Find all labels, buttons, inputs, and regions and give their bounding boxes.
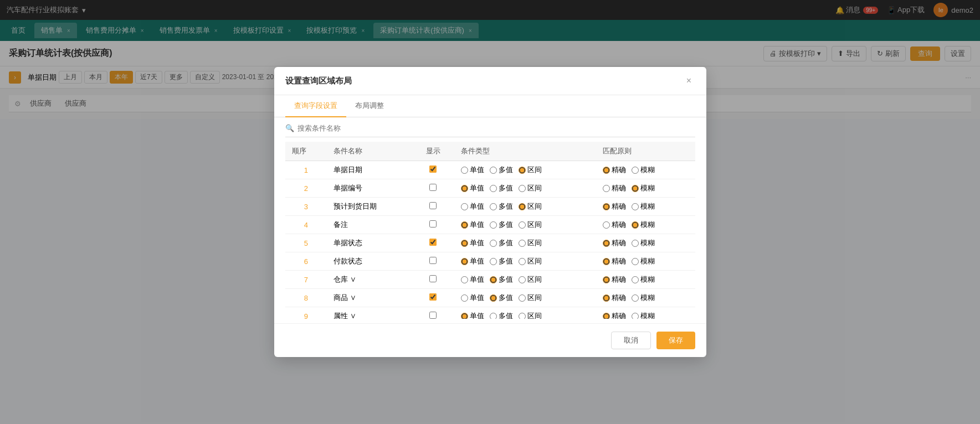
modal-title: 设置查询区域布局 [285, 76, 352, 86]
modal-close-button[interactable]: × [683, 75, 695, 87]
tab-query-fields[interactable]: 查询字段设置 [285, 95, 346, 117]
modal-body: 🔍 顺序 条件名称 显示 条件类型 匹配原则 [274, 117, 706, 119]
modal-tabs: 查询字段设置 布局调整 [274, 95, 706, 117]
modal-overlay: 设置查询区域布局 × 查询字段设置 布局调整 🔍 [0, 0, 980, 119]
modal-header: 设置查询区域布局 × [274, 67, 706, 95]
settings-modal: 设置查询区域布局 × 查询字段设置 布局调整 🔍 [274, 67, 706, 119]
tab-layout[interactable]: 布局调整 [346, 95, 393, 117]
